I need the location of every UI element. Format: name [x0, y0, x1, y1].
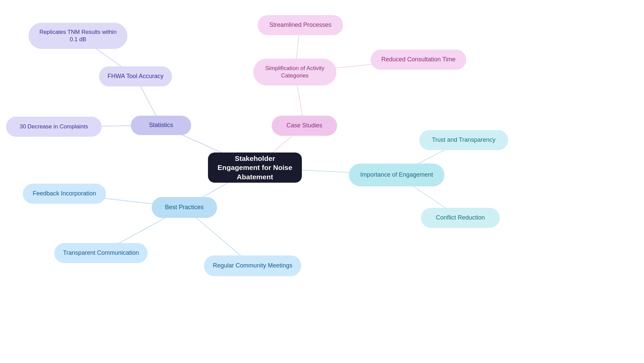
regular-community-node: Regular Community Meetings: [204, 255, 301, 276]
streamlined-node: Streamlined Processes: [258, 15, 343, 35]
complaints-node: 30 Decrease in Complaints: [6, 117, 102, 137]
fhwa-node: FHWA Tool Accuracy: [99, 66, 172, 86]
center-node: Stakeholder Engagement for Noise Abateme…: [208, 153, 302, 183]
trust-transparency-node: Trust and Transparency: [419, 130, 508, 150]
reduced-consultation-node: Reduced Consultation Time: [371, 50, 466, 70]
transparent-communication-node: Transparent Communication: [54, 243, 148, 263]
simplification-node: Simplification of Activity Categories: [253, 59, 336, 85]
statistics-node: Statistics: [131, 116, 191, 135]
best-practices-node: Best Practices: [152, 197, 217, 218]
case-studies-node: Case Studies: [272, 116, 337, 136]
importance-engagement-node: Importance of Engagement: [349, 164, 444, 186]
feedback-incorporation-node: Feedback Incorporation: [23, 184, 106, 204]
conflict-reduction-node: Conflict Reduction: [421, 208, 500, 228]
replicates-node: Replicates TNM Results within 0.1 dB: [29, 23, 127, 49]
